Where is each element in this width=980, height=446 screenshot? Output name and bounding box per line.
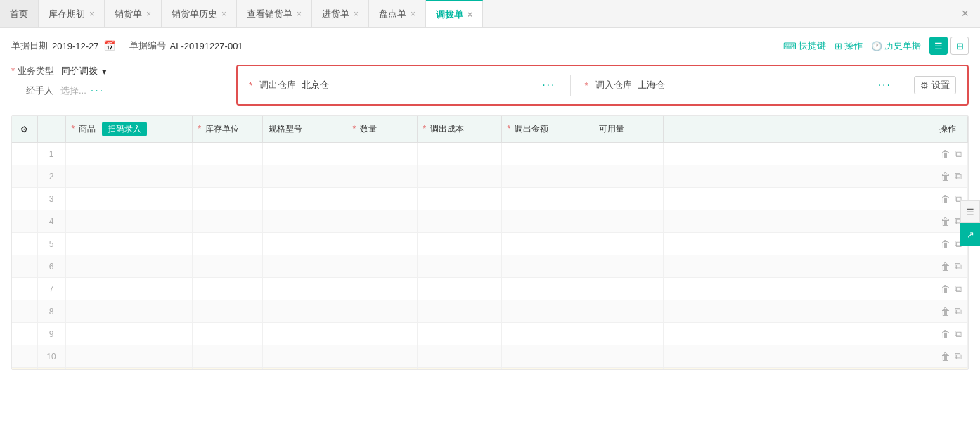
- person-selector[interactable]: 选择...: [60, 84, 86, 97]
- close-tab-sales-history[interactable]: ×: [221, 10, 226, 18]
- tab-sales-order[interactable]: 销货单 ×: [105, 0, 162, 27]
- row-spec-cell[interactable]: [262, 188, 347, 210]
- tab-sales-history[interactable]: 销货单历史 ×: [162, 0, 237, 27]
- row-unit-cell[interactable]: [192, 188, 262, 210]
- tab-inventory-init[interactable]: 库存期初 ×: [39, 0, 105, 27]
- copy-icon[interactable]: ⧉: [955, 328, 962, 340]
- calendar-icon[interactable]: 📅: [103, 40, 115, 51]
- delete-icon[interactable]: 🗑: [941, 283, 950, 295]
- row-spec-cell[interactable]: [262, 300, 347, 323]
- delete-icon[interactable]: 🗑: [941, 351, 950, 362]
- copy-icon[interactable]: ⧉: [955, 170, 962, 182]
- row-cost-cell[interactable]: [417, 165, 501, 188]
- row-spec-cell[interactable]: [262, 255, 347, 278]
- setting-btn[interactable]: ⚙ 设置: [914, 76, 956, 94]
- row-product-cell[interactable]: [65, 165, 192, 188]
- row-cost-cell[interactable]: [417, 255, 501, 278]
- row-amount-cell[interactable]: [501, 278, 593, 300]
- row-product-cell[interactable]: [65, 323, 192, 345]
- copy-icon[interactable]: ⧉: [955, 260, 962, 272]
- row-product-cell[interactable]: [65, 233, 192, 255]
- side-list-btn[interactable]: ☰: [960, 200, 980, 223]
- row-unit-cell[interactable]: [192, 300, 262, 323]
- row-spec-cell[interactable]: [262, 345, 347, 368]
- tab-purchase-order[interactable]: 进货单 ×: [312, 0, 369, 27]
- business-type-dropdown[interactable]: 同价调拨 ▾: [61, 65, 107, 77]
- close-tab-view-sales[interactable]: ×: [297, 10, 302, 18]
- delete-icon[interactable]: 🗑: [941, 261, 950, 272]
- row-qty-cell[interactable]: [347, 143, 417, 165]
- row-unit-cell[interactable]: [192, 323, 262, 345]
- shortcuts-btn[interactable]: ⌨ 快捷键: [783, 39, 826, 52]
- row-cost-cell[interactable]: [417, 300, 501, 323]
- row-amount-cell[interactable]: [501, 255, 593, 278]
- table-scroll[interactable]: ⚙ * 商品 扫码录入 * 库存单位 规格型号: [12, 116, 968, 369]
- delete-icon[interactable]: 🗑: [941, 193, 950, 205]
- row-product-cell[interactable]: [65, 210, 192, 233]
- row-qty-cell[interactable]: [347, 188, 417, 210]
- row-qty-cell[interactable]: [347, 165, 417, 188]
- delete-icon[interactable]: 🗑: [941, 306, 950, 317]
- copy-icon[interactable]: ⧉: [955, 305, 962, 317]
- row-unit-cell[interactable]: [192, 233, 262, 255]
- row-product-cell[interactable]: [65, 143, 192, 165]
- row-product-cell[interactable]: [65, 300, 192, 323]
- row-qty-cell[interactable]: [347, 210, 417, 233]
- copy-icon[interactable]: ⧉: [955, 283, 962, 295]
- grid-view-btn[interactable]: ⊞: [950, 37, 969, 55]
- row-qty-cell[interactable]: [347, 233, 417, 255]
- close-tab-sales-order[interactable]: ×: [146, 10, 151, 18]
- row-unit-cell[interactable]: [192, 143, 262, 165]
- row-spec-cell[interactable]: [262, 278, 347, 300]
- row-spec-cell[interactable]: [262, 210, 347, 233]
- person-more-btn[interactable]: ···: [91, 84, 104, 97]
- row-cost-cell[interactable]: [417, 323, 501, 345]
- operations-btn[interactable]: ⊞ 操作: [834, 39, 863, 52]
- row-unit-cell[interactable]: [192, 165, 262, 188]
- transfer-in-more-btn[interactable]: ···: [878, 79, 891, 91]
- close-tab-transfer-order[interactable]: ×: [468, 11, 472, 19]
- delete-icon[interactable]: 🗑: [941, 238, 950, 250]
- row-qty-cell[interactable]: [347, 278, 417, 300]
- copy-icon[interactable]: ⧉: [955, 350, 962, 362]
- row-cost-cell[interactable]: [417, 210, 501, 233]
- row-amount-cell[interactable]: [501, 165, 593, 188]
- side-expand-btn[interactable]: ↗: [960, 223, 980, 246]
- row-cost-cell[interactable]: [417, 188, 501, 210]
- row-unit-cell[interactable]: [192, 255, 262, 278]
- close-tab-inventory-init[interactable]: ×: [89, 10, 94, 18]
- row-qty-cell[interactable]: [347, 255, 417, 278]
- close-tab-inventory-count[interactable]: ×: [411, 10, 415, 18]
- col-gear-header[interactable]: ⚙: [12, 116, 37, 143]
- row-amount-cell[interactable]: [501, 345, 593, 368]
- row-spec-cell[interactable]: [262, 323, 347, 345]
- delete-icon[interactable]: 🗑: [941, 329, 950, 340]
- row-cost-cell[interactable]: [417, 233, 501, 255]
- row-amount-cell[interactable]: [501, 233, 593, 255]
- row-unit-cell[interactable]: [192, 345, 262, 368]
- row-unit-cell[interactable]: [192, 210, 262, 233]
- row-product-cell[interactable]: [65, 188, 192, 210]
- row-product-cell[interactable]: [65, 345, 192, 368]
- delete-icon[interactable]: 🗑: [941, 216, 950, 227]
- row-product-cell[interactable]: [65, 278, 192, 300]
- row-qty-cell[interactable]: [347, 345, 417, 368]
- row-cost-cell[interactable]: [417, 345, 501, 368]
- row-product-cell[interactable]: [65, 255, 192, 278]
- close-all-tabs[interactable]: ×: [950, 0, 980, 27]
- row-amount-cell[interactable]: [501, 143, 593, 165]
- tab-transfer-order[interactable]: 调拨单 ×: [426, 0, 483, 27]
- row-qty-cell[interactable]: [347, 300, 417, 323]
- row-cost-cell[interactable]: [417, 278, 501, 300]
- list-view-btn[interactable]: ☰: [929, 37, 948, 55]
- tab-inventory-count[interactable]: 盘点单 ×: [369, 0, 426, 27]
- row-amount-cell[interactable]: [501, 323, 593, 345]
- row-spec-cell[interactable]: [262, 143, 347, 165]
- row-amount-cell[interactable]: [501, 188, 593, 210]
- delete-icon[interactable]: 🗑: [941, 171, 950, 182]
- tab-home[interactable]: 首页: [0, 0, 39, 27]
- row-spec-cell[interactable]: [262, 165, 347, 188]
- delete-icon[interactable]: 🗑: [941, 148, 950, 160]
- scan-btn[interactable]: 扫码录入: [102, 122, 147, 136]
- row-cost-cell[interactable]: [417, 143, 501, 165]
